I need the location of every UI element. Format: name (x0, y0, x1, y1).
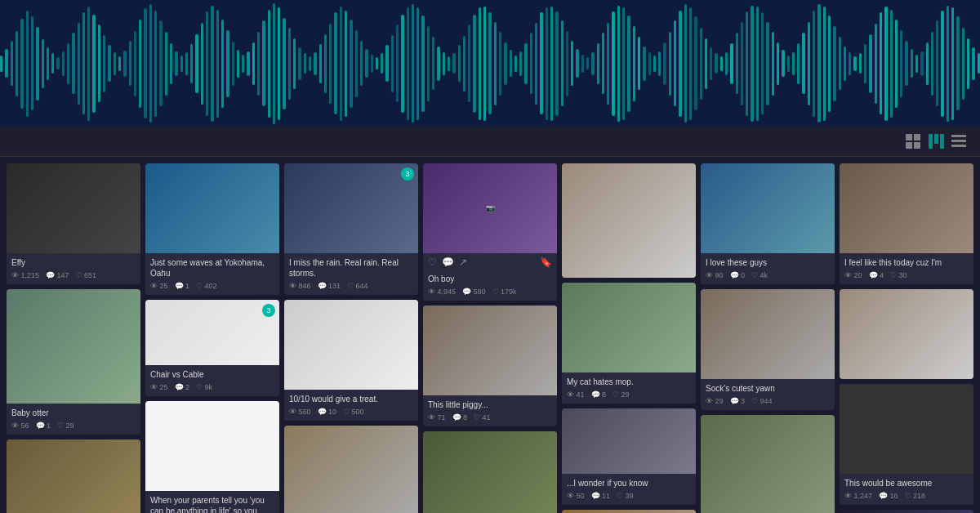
stat-views: 👁 846 (289, 282, 311, 290)
svg-rect-9 (951, 145, 966, 147)
card-little-piggy[interactable]: This little piggy... 👁 71 💬 8 ♡ 41 (423, 306, 557, 426)
card-lady-escort[interactable]: This lady had to escort a drunk guy out … (7, 439, 140, 513)
stat-views: 👁 71 (428, 413, 446, 422)
card-sock-yawn[interactable]: Sock's cutest yawn 👁 29 💬 3 ♡ 944 (701, 289, 835, 410)
masonry-view-button[interactable] (928, 133, 944, 149)
card-wonder[interactable]: ...I wonder if you know 👁 50 💬 11 ♡ 39 (562, 408, 696, 505)
card-chair-vs-cable[interactable]: 3 Chair vs Cable 👁 25 💬 2 ♡ 9k (145, 300, 279, 396)
share-icon[interactable]: ↗ (459, 256, 467, 268)
stat-views: 👁 20 (844, 271, 862, 279)
stat-views: 👁 29 (706, 397, 724, 405)
card-stats: 👁 846 💬 131 ♡ 644 (289, 282, 413, 290)
stat-comments: 💬 3 (730, 397, 746, 405)
card-info: Sock's cutest yawn 👁 29 💬 3 ♡ 944 (701, 379, 835, 410)
card-title: My cat hates mop. (567, 377, 691, 387)
card-media (423, 431, 557, 513)
stat-views: 👁 4,945 (428, 288, 456, 296)
card-media (840, 289, 973, 379)
card-title: ...I wonder if you know (567, 478, 691, 488)
card-media (840, 384, 973, 474)
card-media (562, 163, 696, 278)
stat-likes: ♡ 4k (751, 271, 768, 279)
grid-view-button[interactable] (905, 133, 921, 149)
card-media (145, 163, 279, 253)
card-info: Chair vs Cable 👁 25 💬 2 ♡ 9k (145, 365, 279, 396)
stat-comments: 💬 8 (452, 413, 468, 422)
stat-views: 👁 56 (11, 422, 29, 430)
svg-rect-6 (940, 134, 944, 149)
card-title: Oh boy (428, 274, 552, 284)
card-ill-take[interactable]: I'll take that. 👁 109 💬 15 ♡ 39k (562, 510, 696, 513)
card-badge: 3 (401, 167, 414, 181)
card-info: This would be awesome 👁 1,247 💬 16 ♡ 218 (840, 474, 973, 505)
content-grid: Effy 👁 1,215 💬 147 ♡ 651 Baby otter 👁 56… (0, 157, 980, 513)
like-icon[interactable]: ♡ (428, 256, 437, 268)
card-bird[interactable] (840, 289, 973, 379)
card-info: Just some waves at Yokohama, Oahu 👁 25 💬… (145, 253, 279, 295)
card-my-cat-mop[interactable]: My cat hates mop. 👁 41 💬 8 ♡ 29 (562, 283, 696, 404)
stat-comments: 💬 1 (175, 282, 190, 290)
card-media (701, 163, 835, 253)
card-game[interactable] (840, 510, 973, 513)
stat-likes: ♡ 651 (76, 271, 97, 279)
bookmark-icon[interactable]: 🔖 (540, 256, 552, 268)
card-oh-boy[interactable]: 📷 ♡ 💬 ↗ 🔖 Oh boy 👁 4,945 💬 580 ♡ 179k (423, 163, 557, 301)
card-info: Effy 👁 1,215 💬 147 ♡ 651 (7, 253, 140, 284)
card-stats: 👁 56 💬 1 ♡ 29 (11, 422, 136, 430)
svg-rect-1 (914, 134, 920, 141)
card-title: Just some waves at Yokohama, Oahu (150, 257, 274, 279)
card-stats: 👁 50 💬 11 ♡ 39 (567, 492, 691, 500)
card-media: 3 (284, 163, 418, 253)
card-stats: 👁 29 💬 3 ♡ 944 (706, 397, 830, 405)
stat-comments: 💬 16 (879, 492, 898, 500)
card-waves-yokohama[interactable]: Just some waves at Yokohama, Oahu 👁 25 💬… (145, 163, 279, 295)
card-media (423, 306, 557, 395)
card-media (562, 510, 696, 513)
stat-views: 👁 90 (706, 271, 724, 279)
card-ocean-guys[interactable]: I love these guys 👁 90 💬 0 ♡ 4k (701, 163, 835, 284)
card-info: This little piggy... 👁 71 💬 8 ♡ 41 (423, 395, 557, 426)
stat-likes: ♡ 29 (612, 390, 630, 399)
card-title: When your parents tell you 'you can be a… (150, 495, 274, 513)
card-husky[interactable]: 10/10 would give a treat. 👁 560 💬 10 ♡ 5… (284, 300, 418, 421)
card-awesome[interactable]: This would be awesome 👁 1,247 💬 16 ♡ 218 (840, 384, 973, 505)
card-airhorn-text[interactable]: When your parents tell you 'you can be a… (145, 401, 279, 513)
card-feel-today[interactable]: I feel like this today cuz I'm 👁 20 💬 4 … (840, 163, 973, 284)
card-media (701, 415, 835, 513)
card-title: This little piggy... (428, 399, 552, 410)
card-effy[interactable]: Effy 👁 1,215 💬 147 ♡ 651 (7, 163, 140, 284)
list-view-button[interactable] (951, 133, 967, 149)
stat-comments: 💬 10 (318, 408, 337, 416)
stat-likes: ♡ 39 (617, 492, 634, 500)
card-title: Sock's cutest yawn (706, 383, 830, 394)
card-media: 3 (145, 300, 279, 365)
stat-likes: ♡ 500 (343, 408, 364, 416)
stat-views: 👁 1,215 (11, 271, 39, 279)
stat-comments: 💬 0 (730, 271, 746, 279)
card-media (145, 401, 279, 491)
card-badge: 3 (262, 304, 275, 317)
stat-views: 👁 50 (567, 492, 585, 500)
card-cat-floor[interactable] (562, 163, 696, 278)
card-media (284, 300, 418, 390)
card-chess[interactable]: ...I wonder if you know 👁 50 💬 11 ♡ 39 (284, 426, 418, 513)
card-rain[interactable]: 3 I miss the rain. Real rain. Real storm… (284, 163, 418, 295)
svg-rect-0 (906, 134, 912, 141)
card-wife-smoke[interactable]: When my wife asks if I smoked again 👁 2,… (701, 415, 835, 513)
comment-icon[interactable]: 💬 (442, 256, 454, 268)
card-media (701, 289, 835, 379)
card-media (562, 283, 696, 372)
stat-comments: 💬 2 (175, 383, 190, 391)
card-stats: 👁 560 💬 10 ♡ 500 (289, 408, 413, 416)
card-military[interactable]: Touch De Fishy! 👁 20 💬 4 ♡ 30 (423, 431, 557, 513)
stat-comments: 💬 147 (46, 271, 69, 279)
card-title: 10/10 would give a treat. (289, 394, 413, 404)
card-baby-otter[interactable]: Baby otter 👁 56 💬 1 ♡ 29 (7, 289, 140, 435)
stat-views: 👁 560 (289, 408, 311, 416)
card-media (840, 510, 973, 513)
card-info: I love these guys 👁 90 💬 0 ♡ 4k (701, 253, 835, 284)
stat-comments: 💬 580 (462, 288, 486, 296)
stat-comments: 💬 11 (591, 492, 611, 500)
stat-likes: ♡ 29 (57, 422, 74, 430)
stat-likes: ♡ 9k (196, 383, 212, 391)
